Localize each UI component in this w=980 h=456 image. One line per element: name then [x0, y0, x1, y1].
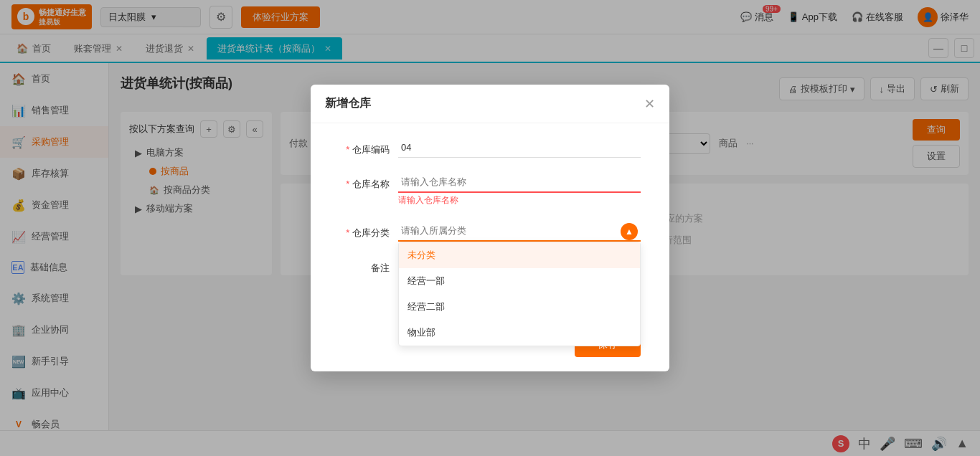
category-input[interactable] [398, 221, 641, 242]
modal-body: 仓库编码 仓库名称 请输入仓库名称 仓库分类 ▲ [311, 123, 669, 318]
modal-overlay[interactable]: 新增仓库 ✕ 仓库编码 仓库名称 请输入仓库名称 仓库分类 [0, 0, 980, 456]
new-warehouse-modal: 新增仓库 ✕ 仓库编码 仓库名称 请输入仓库名称 仓库分类 [311, 85, 669, 371]
notes-label: 备注 [339, 256, 390, 275]
dropdown-item-dept1[interactable]: 经营一部 [399, 268, 640, 294]
dropdown-item-dept3[interactable]: 物业部 [399, 320, 640, 346]
name-form-row: 仓库名称 请输入仓库名称 [339, 172, 641, 206]
dropdown-item-dept2[interactable]: 经营二部 [399, 294, 640, 320]
modal-close-button[interactable]: ✕ [644, 98, 655, 110]
category-label: 仓库分类 [339, 221, 390, 239]
category-form-row: 仓库分类 ▲ 未分类 经营一部 经营二部 物业部 [339, 221, 641, 242]
code-form-row: 仓库编码 [339, 138, 641, 158]
name-input[interactable] [398, 172, 641, 193]
code-input-wrap [398, 138, 641, 158]
name-error-message: 请输入仓库名称 [398, 194, 641, 206]
modal-header: 新增仓库 ✕ [311, 85, 669, 123]
category-input-wrap: ▲ 未分类 经营一部 经营二部 物业部 [398, 221, 641, 242]
code-label: 仓库编码 [339, 138, 390, 156]
dropdown-item-uncategorized[interactable]: 未分类 [399, 242, 640, 268]
code-input[interactable] [398, 138, 641, 158]
category-dropdown-list: 未分类 经营一部 经营二部 物业部 [398, 242, 641, 346]
name-label: 仓库名称 [339, 172, 390, 191]
dropdown-toggle[interactable]: ▲ [621, 223, 638, 240]
modal-title: 新增仓库 [325, 96, 371, 111]
name-input-wrap: 请输入仓库名称 [398, 172, 641, 206]
